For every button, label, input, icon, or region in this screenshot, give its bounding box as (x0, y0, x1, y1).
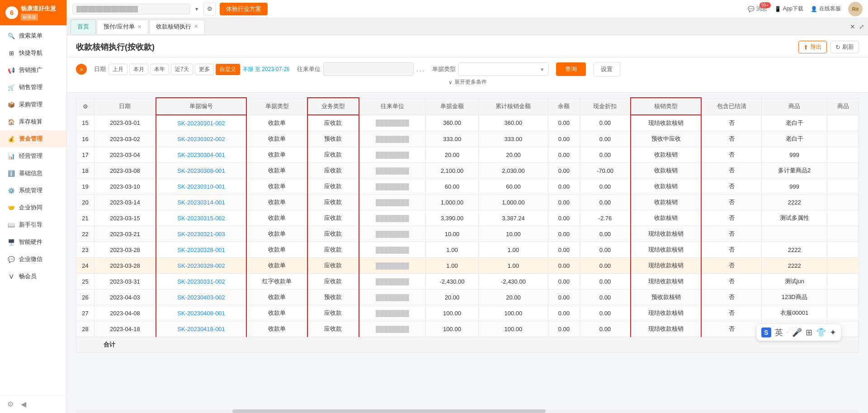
sidebar-item-finance[interactable]: 💰资金管理 (0, 130, 66, 147)
export-icon: ⬆ (803, 44, 808, 51)
sidebar-label-quick-nav: 快捷导航 (19, 49, 42, 57)
bill-link[interactable]: SK-20230328-002 (177, 262, 225, 269)
cell-balance: 0.00 (548, 290, 580, 305)
tab-prepay-close[interactable]: ✕ (137, 24, 142, 30)
sidebar-item-inventory[interactable]: 🏠库存核算 (0, 113, 66, 130)
cell-goods2 (827, 195, 859, 210)
watermark-shirt-icon: 👕 (816, 328, 826, 337)
cell-balance: 0.00 (548, 305, 580, 321)
message-icon: 💬 (748, 6, 755, 12)
cell-biz-type: 应收款 (307, 258, 359, 274)
this-month-btn[interactable]: 本月 (129, 64, 148, 75)
last7days-btn[interactable]: 近7天 (171, 64, 193, 75)
cell-bill-no: SK-20230328-002 (156, 258, 246, 274)
cell-amount: 100.00 (426, 305, 479, 321)
avatar[interactable]: Rit (848, 2, 863, 16)
tab-home[interactable]: 首页 (71, 19, 96, 34)
cell-discount: -70.00 (580, 163, 631, 179)
expand-more-btn[interactable]: ∨ 展开更多条件 (448, 78, 487, 86)
cell-bill-no: SK-20230314-001 (156, 195, 246, 210)
tab-collection[interactable]: 收款核销执行 ✕ (149, 19, 205, 34)
sidebar-label-member: 畅会员 (19, 272, 37, 280)
cell-biz-type: 应收款 (307, 147, 359, 163)
sidebar-label-marketing: 营销推广 (19, 66, 42, 74)
bill-link[interactable]: SK-20230403-002 (177, 294, 225, 301)
table-scroll-bar[interactable] (76, 409, 859, 413)
bill-link[interactable]: SK-20230310-001 (177, 183, 225, 190)
bill-link[interactable]: SK-20230331-002 (177, 278, 225, 285)
sidebar-item-hardware[interactable]: 🖥️智能硬件 (0, 233, 66, 251)
sidebar-icon-member: V (7, 272, 15, 280)
cell-bill-type: 收款单 (246, 258, 307, 274)
cell-biz-type: 应收款 (307, 242, 359, 258)
sidebar-item-basic[interactable]: ℹ️基础信息 (0, 165, 66, 182)
last-month-btn[interactable]: 上月 (108, 64, 127, 75)
bill-link[interactable]: SK-20230302-002 (177, 136, 225, 142)
bill-link[interactable]: SK-20230408-001 (177, 310, 225, 317)
cell-bill-no: SK-20230418-001 (156, 321, 246, 337)
th-settings[interactable]: ⚙ (76, 98, 94, 115)
cell-discount: 0.00 (580, 274, 631, 290)
bill-link[interactable]: SK-20230301-002 (177, 120, 225, 127)
this-year-btn[interactable]: 本年 (150, 64, 169, 75)
cell-goods: 999 (762, 179, 827, 195)
more-date-btn[interactable]: 更多 (195, 64, 214, 75)
bill-link[interactable]: SK-20230308-001 (177, 167, 225, 174)
counterpart-input[interactable] (323, 62, 414, 76)
cell-bill-no: SK-20230328-001 (156, 242, 246, 258)
query-btn[interactable]: 查询 (556, 62, 586, 76)
table-row: 17 2023-03-04 SK-20230304-001 收款单 应收款 ██… (76, 147, 859, 163)
bill-link[interactable]: SK-20230304-001 (177, 152, 225, 158)
settings-bottom-icon[interactable]: ⚙ (7, 400, 14, 408)
sidebar-icon-sales: 🛒 (7, 83, 15, 91)
cell-biz-type: 预收款 (307, 131, 359, 147)
bill-link[interactable]: SK-20230328-001 (177, 247, 225, 253)
dropdown-arrow[interactable]: ▾ (193, 6, 200, 12)
sidebar-item-wechat[interactable]: 💬企业微信 (0, 251, 66, 268)
sidebar-item-search-menu[interactable]: 🔍搜索菜单 (0, 27, 66, 44)
sidebar-icon-cooperation: 🤝 (7, 204, 15, 212)
sidebar-item-member[interactable]: V畅会员 (0, 268, 66, 285)
cell-verify-type: 收款核销 (631, 179, 701, 195)
maximize-btn[interactable]: ⤢ (859, 23, 864, 30)
th-verify-type: 核销类型 (631, 98, 701, 115)
export-btn[interactable]: ⬆ 导出 (798, 41, 827, 53)
sidebar-item-guide[interactable]: 📖新手引导 (0, 216, 66, 233)
filter-expand-btn[interactable]: » (76, 64, 87, 75)
custom-date-btn[interactable]: 自定义 (216, 64, 240, 75)
logo-text: 畅康道好生意 标推版 (21, 5, 56, 21)
tab-collection-close[interactable]: ✕ (194, 24, 198, 29)
refresh-btn[interactable]: ↻ 刷新 (830, 41, 859, 53)
solution-btn[interactable]: 体验行业方案 (220, 3, 268, 15)
collapse-icon[interactable]: ◀ (21, 400, 26, 408)
address-bar[interactable]: ████████████████ (72, 4, 190, 14)
sidebar-item-business[interactable]: 📊经营管理 (0, 147, 66, 165)
message-btn[interactable]: 💬 消息 99+ (748, 5, 767, 13)
sidebar-item-system[interactable]: ⚙️系统管理 (0, 182, 66, 199)
tab-prepay[interactable]: 预付/应付单 ✕ (97, 19, 148, 34)
filter-settings-btn[interactable]: 设置 (593, 62, 620, 76)
receipt-type-select[interactable]: ▾ (458, 62, 549, 76)
topbar-settings-btn[interactable]: ⚙ (203, 3, 216, 15)
cell-verified: 100.00 (478, 305, 548, 321)
logo-badge: 标推版 (21, 14, 38, 21)
sidebar-item-quick-nav[interactable]: ⊞快捷导航 (0, 44, 66, 62)
th-amount: 单据金额 (426, 98, 479, 115)
cell-included: 否 (701, 290, 762, 305)
sidebar-item-cooperation[interactable]: 🤝企业协同 (0, 199, 66, 216)
cell-verify-type: 现结收款核销 (631, 258, 701, 274)
bill-link[interactable]: SK-20230418-001 (177, 326, 225, 332)
th-included: 包含已结清 (701, 98, 762, 115)
bill-link[interactable]: SK-20230315-002 (177, 215, 225, 222)
bill-link[interactable]: SK-20230314-001 (177, 199, 225, 206)
close-tab-btn[interactable]: ✕ (850, 23, 855, 30)
cell-amount: 1,000.00 (426, 195, 479, 210)
sidebar-item-sales[interactable]: 🛒销售管理 (0, 79, 66, 96)
page-title: 收款核销执行(按收款) (76, 42, 155, 52)
service-btn[interactable]: 👤 在线客服 (811, 5, 841, 13)
sidebar-item-purchase[interactable]: 📦采购管理 (0, 96, 66, 113)
watermark-dot: · (787, 328, 788, 337)
app-download-btn[interactable]: 📱 App下载 (774, 5, 803, 13)
sidebar-item-marketing[interactable]: 📢营销推广 (0, 62, 66, 79)
bill-link[interactable]: SK-20230321-003 (177, 231, 225, 237)
